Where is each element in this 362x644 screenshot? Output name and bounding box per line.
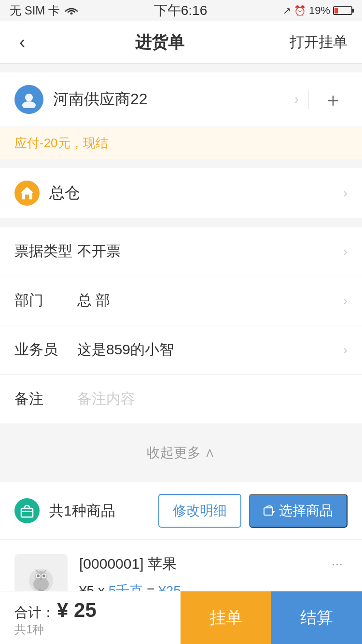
bottom-bar: 合计： ¥ 25 共1种 挂单 结算: [0, 591, 362, 644]
open-hang-button[interactable]: 打开挂单: [290, 32, 348, 52]
salesperson-value: 这是859的小智: [77, 340, 338, 360]
notice-bar: 应付-20元，现结: [0, 126, 362, 159]
supplier-name: 河南供应商22: [53, 89, 290, 110]
svg-point-17: [42, 574, 45, 577]
salesperson-row[interactable]: 业务员 这是859的小智 ›: [0, 325, 362, 375]
supplier-chevron-icon: ›: [294, 92, 299, 107]
invoice-value: 不开票: [77, 241, 338, 261]
warehouse-icon: [14, 181, 40, 206]
wifi-icon: [65, 4, 78, 17]
warehouse-chevron-icon: ›: [343, 185, 348, 201]
product-name: [0000001] 苹果: [79, 554, 327, 574]
department-label: 部门: [14, 291, 77, 310]
hang-button[interactable]: 挂单: [181, 591, 271, 644]
product-code: [0000001]: [79, 556, 143, 572]
status-left: 无 SIM 卡: [10, 3, 78, 18]
invoice-label: 票据类型: [14, 241, 77, 261]
svg-rect-6: [21, 508, 33, 517]
warehouse-card: 总仓 ›: [0, 168, 362, 218]
invoice-row[interactable]: 票据类型 不开票 ›: [0, 227, 362, 276]
battery-percent: 19%: [309, 4, 330, 17]
supplier-avatar: [14, 85, 43, 114]
nav-bar: ‹ 进货单 打开挂单: [0, 21, 362, 64]
product-count-label: 共1种商品: [49, 501, 158, 521]
content-area: 河南供应商22 › ＋ 应付-20元，现结 总仓 › 票据类型 不开票 ›: [0, 72, 362, 644]
page-title: 进货单: [135, 31, 184, 54]
total-section: 合计： ¥ 25 共1种: [0, 599, 181, 637]
location-icon: ↗: [283, 5, 291, 16]
salesperson-label: 业务员: [14, 340, 77, 360]
svg-point-0: [70, 13, 73, 15]
salesperson-chevron-icon: ›: [343, 342, 348, 358]
back-button[interactable]: ‹: [14, 28, 30, 57]
remark-input[interactable]: 备注内容: [77, 389, 348, 409]
department-row[interactable]: 部门 总 部 ›: [0, 276, 362, 325]
svg-marker-4: [21, 187, 33, 193]
supplier-row[interactable]: 河南供应商22 › ＋: [0, 72, 362, 126]
department-value: 总 部: [77, 291, 338, 310]
total-count: 共1种: [14, 622, 166, 637]
warehouse-row[interactable]: 总仓 ›: [0, 168, 362, 218]
product-section-icon: [14, 498, 40, 523]
warehouse-name: 总仓: [49, 182, 338, 204]
select-product-label: 选择商品: [279, 502, 333, 520]
supplier-card: 河南供应商22 › ＋ 应付-20元，现结: [0, 72, 362, 159]
divider: [308, 90, 309, 109]
total-amount: ¥ 25: [57, 599, 97, 622]
product-header: 共1种商品 修改明细 选择商品: [0, 482, 362, 540]
select-product-button[interactable]: 选择商品: [249, 494, 348, 528]
svg-rect-8: [264, 508, 273, 515]
product-title: 苹果: [148, 556, 177, 572]
carrier-text: 无 SIM 卡: [10, 3, 60, 18]
status-bar: 无 SIM 卡 下午6:16 ↗ ⏰ 19%: [0, 0, 362, 21]
remark-label: 备注: [14, 389, 77, 409]
product-more-button[interactable]: ···: [327, 554, 348, 574]
alarm-icon: ⏰: [294, 5, 306, 16]
edit-detail-button[interactable]: 修改明细: [158, 494, 241, 528]
department-chevron-icon: ›: [343, 293, 348, 308]
remark-row[interactable]: 备注 备注内容: [0, 375, 362, 423]
status-right: ↗ ⏰ 19%: [283, 4, 352, 17]
svg-point-1: [25, 94, 33, 101]
collapse-button[interactable]: 收起更多 ∧: [0, 432, 362, 474]
invoice-chevron-icon: ›: [343, 244, 348, 259]
svg-rect-5: [25, 195, 29, 199]
battery-icon: [333, 6, 352, 15]
checkout-button[interactable]: 结算: [271, 591, 362, 644]
status-time: 下午6:16: [154, 1, 208, 20]
svg-point-16: [37, 574, 40, 577]
form-card: 票据类型 不开票 › 部门 总 部 › 业务员 这是859的小智 › 备注 备注…: [0, 227, 362, 423]
total-label: 合计：: [14, 603, 55, 622]
svg-point-2: [22, 101, 36, 108]
add-button[interactable]: ＋: [319, 86, 348, 113]
